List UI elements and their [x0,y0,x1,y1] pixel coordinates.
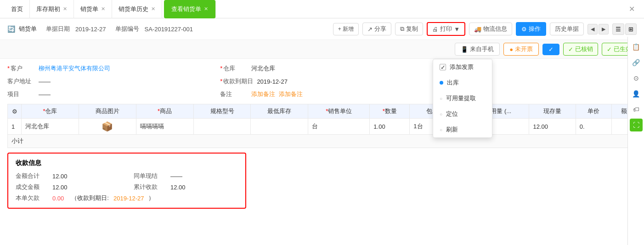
deal-amount-value: 12.00 [52,184,68,191]
position-label: 定位 [446,110,458,118]
remark-row: 备注 添加备注 添加备注 [220,90,424,98]
overdue-paren: ） [148,194,154,202]
position-icon: ○ [440,112,442,117]
unopened-button[interactable]: ● 未开票 [503,43,539,56]
history-button[interactable]: 历史单据 [550,23,584,35]
doc-number-value: SA-20191227-001 [145,26,193,33]
share-button[interactable]: ↗ 分享 [362,23,391,35]
sidebar-link-icon[interactable]: 🔗 [630,56,643,69]
cell-warehouse: 河北仓库 [22,119,79,135]
copy-button[interactable]: ⧉ 复制 [395,23,423,35]
print-icon: 🖨 [432,26,438,33]
customer-value[interactable]: 柳州粤港平安气体有限公司 [39,64,110,73]
payment-date-row: 收款到期日 2019-12-27 [220,77,424,85]
product-table: ⚙ 仓库 商品图片 商品 规格型号 最低库存 销售单位 数量 包装数量 可用量 … [7,104,637,148]
customer-row: 客户 柳州粤港平安气体有限公司 [7,64,211,73]
cell-spec [193,119,251,135]
doc-icon: 🔄 [7,25,15,33]
doc-type-label: 销货单 [19,25,37,33]
tab-home[interactable]: 首页 [5,0,30,18]
table-container: ⚙ 仓库 商品图片 商品 规格型号 最低库存 销售单位 数量 包装数量 可用量 … [0,104,644,148]
confirm-button[interactable]: ✓ [542,44,559,55]
col-warehouse: 仓库 [22,104,79,119]
prev-button[interactable]: ◀ [588,24,598,34]
list-view-btn[interactable]: ☰ [612,23,624,35]
overdue-row: 本单欠款 0.00 （收款到期日: 2019-12-27 ） [16,194,238,202]
deal-amount-row: 成交金额 12.00 [16,183,120,191]
available-take-item[interactable]: ○ 可用量提取 [433,91,492,106]
deal-amount-label: 成交金额 [16,183,48,191]
action-row: 📱 来自手机 ● 未开票 ✓ ✓ 已核销 ✓ 已生效 [0,40,644,59]
close-tab-inventory[interactable]: ✕ [63,6,67,12]
from-phone-button[interactable]: 📱 来自手机 [455,43,500,56]
col-product: 商品 [136,104,193,119]
remark-add-text[interactable]: 添加备注 [279,90,303,98]
col-settings[interactable]: ⚙ [8,104,22,119]
close-tab-view-sales[interactable]: ✕ [204,6,208,12]
right-sidebar: 📋 🔗 ⊙ 👤 🏷 ⛶ [627,37,644,245]
same-order-row: 同单现结 —— [134,172,238,180]
ticket-icon: ● [509,46,513,53]
out-stock-dot [440,81,443,85]
close-all-tabs[interactable]: ✕ [624,5,639,13]
same-order-value: —— [170,173,182,180]
refresh-icon: ○ [440,127,442,132]
project-value: —— [39,91,51,98]
summary-grid: 金额合计 12.00 同单现结 —— 成交金额 12.00 累计收款 12.00… [16,172,238,202]
tab-bar: 首页 库存期初 ✕ 销货单 ✕ 销货单历史 ✕ 查看销货单 ✕ ✕ [0,0,644,18]
sidebar-edit-icon[interactable]: 📋 [630,40,643,53]
project-row: 项目 —— [7,90,211,98]
close-tab-sales-history[interactable]: ✕ [151,6,155,12]
sidebar-tag-icon[interactable]: 🏷 [630,103,643,116]
add-invoice-item[interactable]: ✓ 添加发票 [433,59,492,75]
next-button[interactable]: ▶ [599,24,609,34]
operation-button[interactable]: ⚙ 操作 [516,22,546,36]
sidebar-expand-icon[interactable]: ⛶ [630,119,643,131]
share-icon: ↗ [367,26,373,33]
doc-number-label: 单据编号 SA-20191227-001 [115,25,193,33]
subtotal-label: 小计 [8,135,637,148]
position-item[interactable]: ○ 定位 [433,106,492,122]
new-button[interactable]: + 新增 [333,23,359,35]
subtotal-row: 小计 [8,135,637,148]
doc-date-label: 单据日期 2019-12-27 [46,25,106,33]
col-spec: 规格型号 [193,104,251,119]
cell-unit-price: 0. [576,119,611,135]
close-tab-sales[interactable]: ✕ [101,6,105,12]
check-icon: ✓ [568,46,573,53]
refresh-item[interactable]: ○ 刷新 [433,122,492,137]
out-stock-item[interactable]: 出库 [433,75,492,91]
remark-add[interactable]: 添加备注 [251,90,275,98]
logistics-button[interactable]: 🚚 物流信息 [469,23,512,35]
print-button[interactable]: 🖨 打印 ▼ [427,22,465,36]
overdue-value: 0.00 [52,195,64,202]
grid-view-btn[interactable]: ⊞ [625,23,637,35]
nav-arrows: ◀ ▶ [588,24,609,34]
overdue-label: 本单欠款 [16,194,48,202]
cancelled-status[interactable]: ✓ 已核销 [563,43,598,56]
tab-inventory[interactable]: 库存期初 ✕ [30,0,74,18]
tab-sales-history[interactable]: 销货单历史 ✕ [112,0,162,18]
sidebar-circle-icon[interactable]: ⊙ [630,72,643,85]
tab-sales[interactable]: 销货单 ✕ [74,0,112,18]
confirm-icon: ✓ [548,46,554,53]
copy-icon: ⧉ [400,25,404,33]
operation-icon: ⚙ [521,26,527,33]
payment-date-label: 收款到期日 [220,77,253,85]
print-dropdown-arrow: ▼ [454,26,460,33]
available-take-icon: ○ [440,96,442,101]
warehouse-row: 仓库 河北仓库 [220,64,424,73]
total-amount-value: 12.00 [52,173,68,180]
phone-icon: 📱 [461,46,468,53]
refresh-label: 刷新 [446,125,458,134]
doc-title: 🔄 销货单 [7,25,37,33]
add-invoice-checkbox[interactable]: ✓ [440,64,446,70]
logistics-icon: 🚚 [474,26,481,33]
cell-unit: 台 [308,119,370,135]
sidebar-user-icon[interactable]: 👤 [630,87,643,100]
view-toggle: ☰ ⊞ [612,23,637,35]
cell-product: 嗝嗝嗝嗝 [136,119,193,135]
tab-view-sales[interactable]: 查看销货单 ✕ [164,0,216,18]
table-row: 1 河北仓库 📦 嗝嗝嗝嗝 台 1.00 1台 12.00 0. [8,119,637,135]
col-unit-price: 单价 [576,104,611,119]
